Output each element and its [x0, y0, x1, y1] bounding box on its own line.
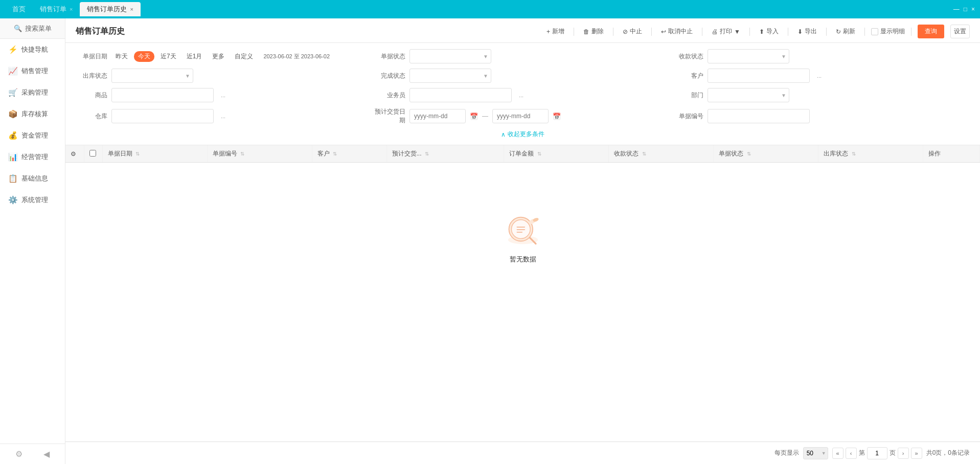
calendar-end-icon[interactable]: 📅	[553, 113, 561, 120]
col-payment-status[interactable]: 收款状态 ⇅	[609, 145, 714, 163]
goods-more-btn[interactable]: ...	[221, 92, 225, 98]
complete-status-select-wrap: ▼	[409, 69, 491, 83]
sidebar-search[interactable]: 🔍 搜索菜单	[0, 18, 65, 39]
expect-date-start[interactable]	[409, 109, 466, 123]
sidebar-item-operation-mgmt[interactable]: 📊 经营管理	[0, 146, 65, 168]
page-first-btn[interactable]: «	[832, 448, 844, 459]
refresh-button[interactable]: ↻ 刷新	[833, 25, 858, 38]
print-icon: 🖨	[712, 28, 718, 35]
window-maximize[interactable]: □	[964, 6, 967, 13]
tab-sales-order-history-close[interactable]: ×	[130, 6, 133, 12]
toolbar-divider-1	[574, 28, 574, 36]
sidebar-collapse-icon[interactable]: ◀	[43, 449, 50, 459]
settings-button[interactable]: 设置	[950, 25, 970, 38]
date-btn-1month[interactable]: 近1月	[183, 51, 207, 62]
col-no-label: 单据编号	[213, 150, 237, 157]
tab-sales-order-label: 销售订单	[40, 5, 66, 14]
col-customer[interactable]: 客户 ⇅	[312, 145, 386, 163]
date-range-btns: 昨天 今天 近7天 近1月 更多 自定义	[111, 51, 257, 62]
sidebar-item-sales-mgmt[interactable]: 📈 销售管理	[0, 60, 65, 82]
tab-sales-order-history[interactable]: 销售订单历史 ×	[80, 2, 140, 16]
col-customer-label: 客户	[317, 150, 330, 157]
salesman-input[interactable]	[409, 88, 512, 102]
print-button[interactable]: 🖨 打印 ▼	[709, 25, 743, 38]
display-detail-checkbox[interactable]: 显示明细	[871, 27, 905, 36]
page-prefix: 第	[859, 449, 865, 457]
date-btn-today[interactable]: 今天	[134, 51, 154, 62]
data-table: ⚙ 单据日期 ⇅ 单据编号 ⇅ 客户	[65, 145, 980, 163]
date-btn-custom[interactable]: 自定义	[231, 51, 257, 62]
filter-row-1: 单据日期 昨天 今天 近7天 近1月 更多 自定义 2023-06-02 至 2…	[76, 49, 970, 63]
col-order-status-sort-icon: ⇅	[747, 151, 751, 157]
select-all-checkbox[interactable]	[89, 150, 96, 157]
customer-more-btn[interactable]: ...	[817, 73, 822, 79]
sidebar-item-finance-mgmt[interactable]: 💰 资金管理	[0, 125, 65, 146]
sidebar-settings-icon[interactable]: ⚙	[15, 449, 22, 459]
warehouse-more-btn[interactable]: ...	[221, 113, 225, 119]
col-expect-date[interactable]: 预计交货... ⇅	[386, 145, 504, 163]
col-operation: 操作	[923, 145, 980, 163]
cancel-stop-button[interactable]: ↩ 取消中止	[658, 25, 696, 38]
page-number-input[interactable]	[867, 447, 887, 459]
toolbar-divider-8	[864, 28, 865, 36]
import-icon: ⬆	[759, 28, 764, 35]
export-icon: ⬇	[797, 28, 803, 35]
warehouse-input[interactable]	[111, 109, 214, 123]
order-status-select[interactable]	[409, 49, 491, 63]
col-amount[interactable]: 订单金额 ⇅	[504, 145, 609, 163]
new-button[interactable]: + 新增	[543, 25, 567, 38]
salesman-more-btn[interactable]: ...	[519, 92, 523, 98]
tab-home-label: 首页	[12, 5, 26, 14]
window-minimize[interactable]: —	[953, 6, 960, 13]
out-status-select[interactable]	[111, 69, 193, 83]
page-header: 销售订单历史 + 新增 🗑 删除 ⊘ 中止 ↩	[65, 18, 980, 43]
sidebar-item-stock-calc[interactable]: 📦 库存核算	[0, 103, 65, 125]
dept-select[interactable]	[708, 88, 789, 102]
query-button[interactable]: 查询	[918, 25, 944, 38]
col-checkbox[interactable]	[84, 145, 102, 163]
dept-label: 部门	[672, 91, 708, 100]
stop-button[interactable]: ⊘ 中止	[620, 25, 645, 38]
col-order-status[interactable]: 单据状态 ⇅	[714, 145, 818, 163]
col-settings[interactable]: ⚙	[65, 145, 84, 163]
order-no-input[interactable]	[708, 109, 810, 123]
sidebar-item-system-mgmt[interactable]: ⚙️ 系统管理	[0, 189, 65, 211]
delete-button[interactable]: 🗑 删除	[580, 25, 607, 38]
col-out-status[interactable]: 出库状态 ⇅	[818, 145, 923, 163]
calendar-start-icon[interactable]: 📅	[470, 113, 478, 120]
collapse-btn[interactable]: ∧ 收起更多条件	[76, 130, 970, 139]
complete-status-select[interactable]	[409, 69, 491, 83]
expect-date-end[interactable]	[492, 109, 549, 123]
col-no[interactable]: 单据编号 ⇅	[207, 145, 312, 163]
window-close[interactable]: ×	[971, 6, 975, 13]
expect-date-field: 📅 — 📅	[409, 109, 672, 123]
sidebar-item-basic-info[interactable]: 📋 基础信息	[0, 168, 65, 189]
tab-sales-order[interactable]: 销售订单 ×	[33, 2, 80, 16]
salesman-field: ...	[409, 88, 672, 102]
page-next-btn[interactable]: ›	[898, 448, 909, 459]
sidebar-item-quick-nav[interactable]: ⚡ 快捷导航	[0, 39, 65, 60]
goods-field: ...	[111, 88, 374, 102]
col-date[interactable]: 单据日期 ⇅	[102, 145, 207, 163]
goods-input[interactable]	[111, 88, 214, 102]
sidebar-item-purchase-mgmt[interactable]: 🛒 采购管理	[0, 82, 65, 103]
date-label: 单据日期	[76, 52, 111, 61]
payment-status-select[interactable]	[708, 49, 789, 63]
date-btn-7days[interactable]: 近7天	[156, 51, 180, 62]
page-prev-btn[interactable]: ‹	[846, 448, 857, 459]
page-last-btn[interactable]: »	[911, 448, 922, 459]
per-page-select[interactable]: 10 20 50 100	[803, 447, 828, 459]
import-button[interactable]: ⬆ 导入	[756, 25, 782, 38]
export-button[interactable]: ⬇ 导出	[794, 25, 820, 38]
tab-sales-order-close[interactable]: ×	[70, 6, 73, 12]
tab-home[interactable]: 首页	[5, 2, 33, 16]
salesman-label: 业务员	[374, 91, 409, 100]
cancel-stop-label: 取消中止	[668, 27, 693, 36]
sidebar-item-purchase-mgmt-label: 采购管理	[21, 88, 48, 97]
expect-date-label: 预计交货日期	[374, 107, 409, 125]
date-btn-more[interactable]: 更多	[208, 51, 229, 62]
display-detail-cb-box	[871, 28, 878, 35]
top-bar-right: — □ ×	[953, 6, 975, 13]
customer-input[interactable]	[708, 69, 810, 83]
date-btn-yesterday[interactable]: 昨天	[111, 51, 132, 62]
